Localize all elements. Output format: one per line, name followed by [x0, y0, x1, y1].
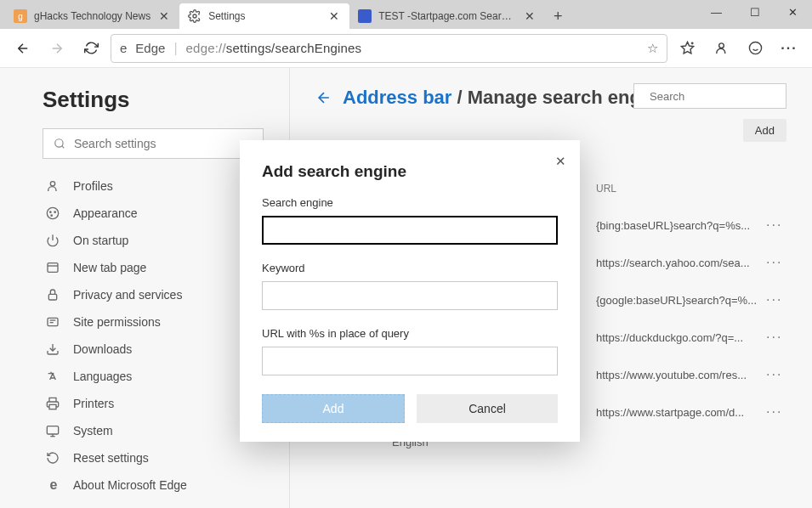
feedback-icon[interactable]: [741, 34, 769, 63]
refresh-button[interactable]: [77, 34, 105, 63]
engine-url: https://www.youtube.com/res...: [596, 369, 758, 381]
permissions-icon: [46, 315, 61, 329]
close-icon[interactable]: ✕: [157, 9, 171, 23]
close-window-button[interactable]: ✕: [774, 0, 812, 24]
system-icon: [46, 424, 61, 437]
reset-icon: [46, 451, 61, 465]
tab-ghacks[interactable]: g gHacks Technology News ✕: [5, 3, 179, 29]
ghacks-favicon: g: [14, 9, 27, 23]
tab-label: Settings: [208, 10, 321, 22]
new-tab-button[interactable]: +: [545, 3, 571, 29]
more-icon[interactable]: ···: [766, 330, 782, 345]
sidebar-item-label: Appearance: [73, 206, 138, 220]
sidebar-item-languages[interactable]: Languages: [43, 363, 264, 390]
sidebar-item-on-startup[interactable]: On startup: [43, 227, 264, 254]
address-bar[interactable]: e Edge | edge://settings/searchEngines ☆: [111, 34, 667, 63]
tab-label: TEST -Startpage.com Search resu: [378, 10, 516, 22]
svg-rect-24: [47, 426, 58, 434]
language-icon: [46, 370, 61, 383]
back-button[interactable]: [9, 34, 37, 63]
sidebar-item-system[interactable]: System: [43, 417, 264, 444]
sidebar-item-reset-settings[interactable]: Reset settings: [43, 444, 264, 471]
label-keyword: Keyword: [262, 262, 558, 274]
forward-button[interactable]: [43, 34, 71, 63]
download-icon: [46, 342, 61, 356]
separator: |: [173, 41, 177, 56]
close-icon[interactable]: ✕: [327, 9, 341, 23]
svg-point-0: [193, 14, 196, 18]
profile-icon[interactable]: [707, 34, 735, 63]
lock-icon: [46, 288, 61, 302]
more-icon[interactable]: ···: [766, 404, 782, 420]
column-header-url: URL: [596, 183, 786, 195]
label-search-engine: Search engine: [262, 196, 558, 209]
more-icon[interactable]: ···: [766, 217, 782, 233]
svg-rect-18: [48, 294, 56, 300]
engine-url: https://www.startpage.com/d...: [596, 406, 758, 419]
sidebar-item-printers[interactable]: Printers: [43, 390, 264, 417]
svg-point-11: [47, 207, 58, 218]
newtab-icon: [46, 261, 61, 274]
sidebar-item-new-tab-page[interactable]: New tab page: [43, 254, 264, 281]
svg-point-10: [50, 182, 54, 186]
label-url: URL with %s in place of query: [262, 327, 558, 340]
more-icon[interactable]: ···: [766, 292, 782, 308]
add-engine-button[interactable]: Add: [743, 119, 786, 142]
more-icon[interactable]: ···: [775, 34, 803, 63]
sidebar-item-appearance[interactable]: Appearance: [43, 200, 264, 227]
input-search-engine[interactable]: [262, 216, 558, 245]
sidebar-item-downloads[interactable]: Downloads: [43, 336, 264, 363]
breadcrumb-back-icon[interactable]: [315, 89, 332, 106]
engines-search[interactable]: [633, 83, 786, 109]
sidebar-item-label: About Microsoft Edge: [73, 478, 187, 492]
sidebar-item-label: New tab page: [73, 261, 146, 274]
user-icon: [46, 179, 61, 193]
more-icon[interactable]: ···: [766, 367, 782, 382]
dialog-add-button[interactable]: Add: [262, 394, 405, 423]
palette-icon: [46, 206, 61, 220]
add-engine-dialog: ✕ Add search engine Search engine Keywor…: [240, 140, 580, 442]
sidebar-item-label: System: [73, 424, 113, 437]
sidebar-item-profiles[interactable]: Profiles: [43, 172, 264, 200]
svg-rect-23: [49, 404, 56, 409]
more-icon[interactable]: ···: [766, 255, 782, 270]
startpage-favicon: [358, 9, 372, 23]
engines-search-input[interactable]: [650, 90, 792, 103]
edge-label: Edge: [135, 41, 165, 55]
dialog-title: Add search engine: [262, 162, 558, 181]
sidebar-item-label: Site permissions: [73, 315, 161, 329]
svg-point-12: [50, 212, 51, 212]
tab-label: gHacks Technology News: [34, 10, 150, 22]
tab-settings[interactable]: Settings ✕: [179, 3, 349, 29]
url-text: edge://settings/searchEngines: [186, 41, 362, 55]
minimize-button[interactable]: —: [697, 0, 735, 24]
breadcrumb-link[interactable]: Address bar: [343, 87, 451, 108]
close-icon[interactable]: ✕: [523, 9, 537, 23]
favorites-icon[interactable]: [673, 34, 701, 63]
favorite-icon[interactable]: ☆: [647, 41, 658, 56]
svg-point-4: [718, 43, 724, 48]
search-icon: [54, 138, 65, 150]
sidebar-item-label: On startup: [73, 234, 128, 247]
dialog-cancel-button[interactable]: Cancel: [417, 394, 558, 423]
edge-icon: e: [120, 41, 127, 55]
toolbar: e Edge | edge://settings/searchEngines ☆…: [0, 29, 812, 68]
tab-startpage[interactable]: TEST -Startpage.com Search resu ✕: [349, 3, 545, 29]
svg-point-14: [51, 215, 52, 216]
input-keyword[interactable]: [262, 281, 558, 310]
maximize-button[interactable]: ☐: [735, 0, 774, 24]
sidebar-item-about-microsoft-edge[interactable]: eAbout Microsoft Edge: [43, 471, 264, 499]
svg-rect-16: [48, 263, 58, 273]
input-url[interactable]: [262, 347, 558, 375]
svg-point-5: [749, 42, 761, 54]
engine-url: {google:baseURL}search?q=%...: [596, 294, 758, 307]
svg-point-8: [55, 139, 63, 147]
sidebar-item-privacy-and-services[interactable]: Privacy and services: [43, 281, 264, 308]
sidebar-item-site-permissions[interactable]: Site permissions: [43, 308, 264, 336]
settings-search-input[interactable]: [74, 137, 253, 150]
settings-title: Settings: [43, 87, 264, 113]
svg-point-13: [54, 212, 55, 212]
power-icon: [46, 234, 61, 247]
dialog-close-icon[interactable]: ✕: [555, 154, 566, 169]
settings-search[interactable]: [43, 128, 264, 159]
